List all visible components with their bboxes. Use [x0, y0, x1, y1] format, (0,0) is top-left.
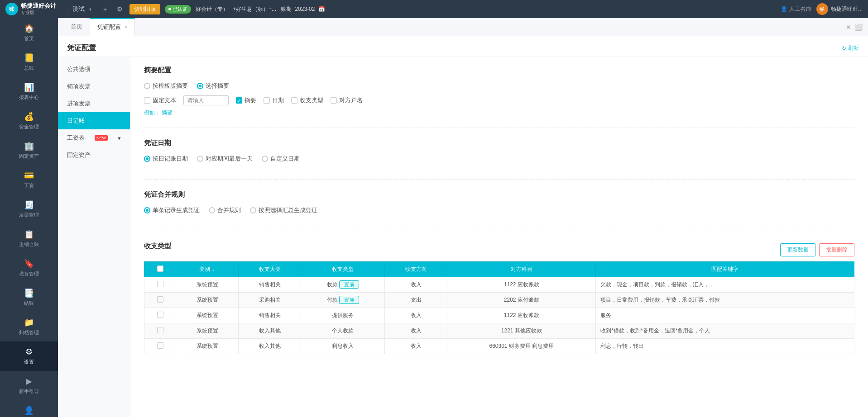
- left-nav-public[interactable]: 公共选项: [58, 61, 130, 78]
- table-row: 系统预置收入其他利息收入收入660301 财务费用 利息费用利息，行转，转出: [144, 339, 854, 354]
- content-area: 首页 凭证配置 × ✕ ⬜ 凭证配置 ↻ 刷新 公共选项销项发: [58, 18, 868, 417]
- left-nav-journal[interactable]: 日记账: [58, 112, 130, 129]
- sidebar-item-member[interactable]: 👤畅会员: [0, 400, 58, 417]
- radio-label-journal_date: 按日记账日期: [153, 155, 188, 163]
- page-content: 凭证配置 ↻ 刷新 公共选项销项发票进项发票日记账工资表NEW▾固定资产 摘要配…: [58, 36, 868, 417]
- sidebar-label-archive: 归档管理: [19, 329, 39, 336]
- tab-close-window-icon[interactable]: ✕: [846, 24, 851, 31]
- checkbox-date[interactable]: 日期: [264, 96, 284, 104]
- merge-title: 凭证合并规则: [144, 190, 854, 199]
- home-icon: 🏠: [24, 24, 34, 33]
- left-nav-purchase[interactable]: 进项发票: [58, 95, 130, 112]
- table-row: 系统预置销售相关提供服务收入1122 应收账款服务: [144, 308, 854, 323]
- sidebar-label-home: 首页: [24, 35, 34, 42]
- sidebar-item-invoice_mgmt[interactable]: 🧾发票管理: [0, 194, 58, 224]
- badge-tag-1[interactable]: 置顶: [339, 296, 359, 304]
- tab-close-icon[interactable]: ×: [125, 24, 127, 30]
- row-checkbox-0[interactable]: [157, 281, 163, 287]
- sidebar-item-reports[interactable]: 📊报表中心: [0, 77, 58, 106]
- type-checkbox: [291, 97, 297, 104]
- user-menu[interactable]: 畅 畅捷通旺旺...: [816, 3, 863, 15]
- topbar-right: 👤 人工咨询 畅 畅捷通旺旺...: [781, 3, 863, 15]
- radio-single[interactable]: 单条记录生成凭证: [144, 206, 200, 214]
- topbar-divider: [68, 5, 68, 14]
- cell-keywords-1: 项目，日常费用，报销款，车费，承兑汇票，付款: [596, 293, 854, 308]
- service-button[interactable]: 👤 人工咨询: [781, 5, 811, 13]
- sidebar-item-fixed_assets[interactable]: 🏢固定资产: [0, 136, 58, 165]
- sidebar-item-finance[interactable]: 💰资金管理: [0, 106, 58, 136]
- checkbox-fixed-text[interactable]: 固定文本: [144, 96, 176, 104]
- fixed-text-checkbox: [144, 97, 150, 104]
- merge-section: 凭证合并规则 单条记录生成凭证合并规则按照选择汇总生成凭证: [144, 190, 854, 231]
- radio-journal_date[interactable]: 按日记账日期: [144, 155, 188, 163]
- cell-major-2: 销售相关: [239, 308, 301, 323]
- radio-label-select_total: 按照选择汇总生成凭证: [259, 206, 317, 214]
- checkbox-type[interactable]: 收支类型: [291, 96, 323, 104]
- company-name: 测试: [73, 5, 85, 13]
- checkbox-summary[interactable]: ✓ 摘要: [236, 96, 256, 104]
- radio-select_total[interactable]: 按照选择汇总生成凭证: [250, 206, 317, 214]
- sidebar-item-archive[interactable]: 📁归档管理: [0, 312, 58, 341]
- cell-category-1: 系统预置: [176, 293, 239, 308]
- sort-icon-category[interactable]: ⌄: [211, 267, 215, 272]
- sidebar-label-fixed_assets: 固定资产: [19, 153, 39, 160]
- date-section: 凭证日期 按日记账日期对应期间最后一天自定义日期: [144, 139, 854, 180]
- period-calendar-icon[interactable]: 📅: [318, 6, 325, 12]
- sidebar-item-home[interactable]: 🏠首页: [0, 18, 58, 47]
- tab-maximize-icon[interactable]: ⬜: [855, 24, 863, 31]
- add-button[interactable]: +: [100, 4, 110, 14]
- radio-select[interactable]: 选择摘要: [197, 82, 229, 90]
- good-accounting-label: 好会计（专）: [196, 5, 228, 13]
- tab-bar-right: ✕ ⬜: [846, 24, 863, 31]
- row-checkbox-1[interactable]: [157, 296, 163, 303]
- bulk-delete-button[interactable]: 批量删除: [819, 243, 854, 256]
- sidebar-item-tax[interactable]: 🔖税务管理: [0, 253, 58, 283]
- good-business-label: +好生意（标）+...: [233, 5, 276, 13]
- left-nav-sales[interactable]: 销项发票: [58, 78, 130, 95]
- row-checkbox-4[interactable]: [157, 342, 163, 349]
- row-checkbox-2[interactable]: [157, 312, 163, 318]
- badge-tag-0[interactable]: 置顶: [339, 280, 359, 289]
- sidebar-item-settlement[interactable]: 📑结账: [0, 283, 58, 312]
- cell-category-0: 系统预置: [176, 277, 239, 293]
- cell-type-0: 收款 置顶: [301, 277, 385, 293]
- fixed-text-input[interactable]: [183, 95, 229, 105]
- sidebar-label-invoice_mgmt: 发票管理: [19, 212, 39, 218]
- left-nav-salary_table[interactable]: 工资表NEW▾: [58, 129, 130, 147]
- tab-home[interactable]: 首页: [63, 18, 90, 36]
- row-checkbox-3[interactable]: [157, 327, 163, 333]
- checkbox-counterpart[interactable]: 对方户名: [331, 96, 363, 104]
- radio-label-merge_rule: 合并规则: [217, 206, 241, 214]
- sidebar-item-purchase_sales[interactable]: 📋进销台账: [0, 224, 58, 253]
- sidebar-item-ledger[interactable]: 📒总账: [0, 47, 58, 77]
- income-actions: 更新数量 批量删除: [780, 243, 854, 256]
- company-dropdown-icon[interactable]: ▾: [89, 7, 91, 12]
- tab-voucher-config[interactable]: 凭证配置 ×: [90, 18, 135, 36]
- radio-template[interactable]: 按模板版摘要: [144, 82, 188, 90]
- sidebar-item-guide[interactable]: ▶新手引导: [0, 371, 58, 400]
- service-icon: 👤: [781, 6, 787, 12]
- guide-icon: ▶: [26, 376, 32, 386]
- cell-direction-1: 支出: [385, 293, 447, 308]
- cell-type-4: 利息收入: [301, 339, 385, 354]
- cell-direction-4: 收入: [385, 339, 447, 354]
- summary-section: 摘要配置 按模板版摘要 选择摘要: [144, 66, 854, 128]
- sidebar-item-salary[interactable]: 💳工资: [0, 165, 58, 194]
- cell-account-2: 1122 应收账款: [447, 308, 596, 323]
- switch-version-button[interactable]: 切到旧版: [129, 4, 160, 14]
- table-row: 系统预置收入其他个人收款收入1221 其他应收款收到*借款，收到*备用金，退回*…: [144, 323, 854, 339]
- header-checkbox[interactable]: [157, 265, 163, 272]
- username: 畅捷通旺旺...: [831, 5, 863, 13]
- radio-merge_rule[interactable]: 合并规则: [209, 206, 241, 214]
- settlement-icon: 📑: [24, 288, 34, 298]
- update-quantity-button[interactable]: 更新数量: [780, 243, 815, 256]
- radio-period_last[interactable]: 对应期间最后一天: [197, 155, 253, 163]
- settings-button[interactable]: ⚙: [114, 4, 125, 14]
- left-nav-fixed_assets[interactable]: 固定资产: [58, 147, 130, 164]
- refresh-button[interactable]: ↻ 刷新: [842, 44, 859, 52]
- sidebar-item-settings[interactable]: ⚙设置: [0, 341, 58, 371]
- radio-custom_date[interactable]: 自定义日期: [262, 155, 300, 163]
- radio-circle-custom_date: [262, 156, 268, 162]
- sidebar-label-salary: 工资: [24, 182, 34, 189]
- right-panel: 摘要配置 按模板版摘要 选择摘要: [130, 57, 868, 417]
